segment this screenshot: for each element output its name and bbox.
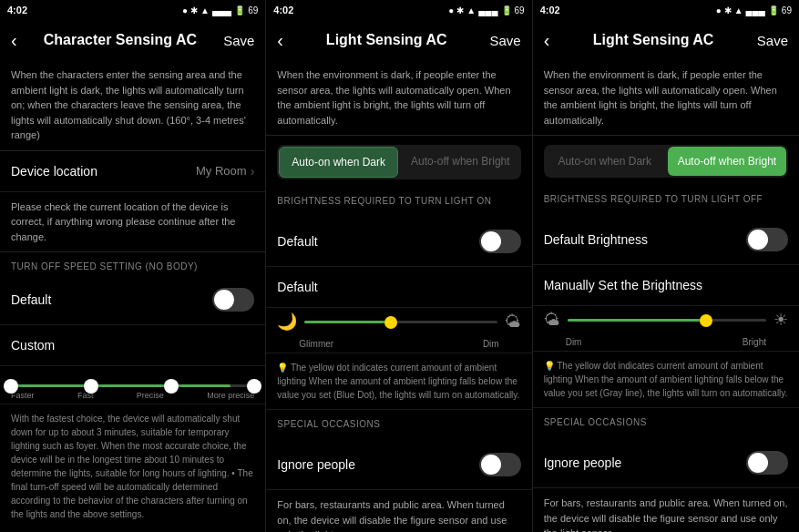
tab-auto-off-bright-3[interactable]: Auto-off when Bright xyxy=(668,147,786,176)
device-location-value: My Room › xyxy=(196,164,254,179)
signal-icon-2: ▄▄▄ xyxy=(478,5,497,15)
panel-content-3: When the environment is dark, if people … xyxy=(533,60,799,532)
notification-icon-2: ● xyxy=(448,5,454,15)
default-brightness-label-2: Default xyxy=(277,234,317,249)
manual-brightness-row: Manually Set the Brightness xyxy=(533,265,799,306)
default-toggle-row: Default xyxy=(0,275,265,325)
save-button-1[interactable]: Save xyxy=(223,33,254,48)
default-brightness-row-3: Default Brightness xyxy=(533,215,799,265)
tab-buttons-2: Auto-on when Dark Auto-off when Bright xyxy=(277,145,520,179)
top-bar-3: ‹ Light Sensing AC Save xyxy=(533,20,799,60)
default-brightness-toggle-2[interactable] xyxy=(479,230,521,253)
brightness-section-2: BRIGHTNESS REQUIRED TO TURN LIGHT ON xyxy=(266,189,531,217)
panel-light-sensing-bright: 4:02 ● ✱ ▲ ▄▄▄ 🔋 69 ‹ Light Sensing AC S… xyxy=(533,0,799,532)
brightness-fill-2 xyxy=(304,321,391,323)
save-button-3[interactable]: Save xyxy=(757,33,788,48)
glimmer-label: Glimmer xyxy=(299,339,333,349)
ignore-people-toggle-3[interactable] xyxy=(746,451,788,475)
wifi-icon-2: ▲ xyxy=(466,5,476,15)
info-text-1: Please check the current location of the… xyxy=(0,192,265,253)
wifi-icon: ▲ xyxy=(200,5,210,15)
battery-level-2: 69 xyxy=(515,5,525,15)
description-1: When the characters enter the sensing ar… xyxy=(0,60,265,151)
brightness-title-3: BRIGHTNESS REQUIRED TO TURN LIGHT OFF xyxy=(544,194,788,204)
special-section-2: SPECIAL OCCASIONS xyxy=(266,409,531,440)
label-more-precise: More precise xyxy=(207,391,254,400)
tab-auto-off-bright[interactable]: Auto-off when Bright xyxy=(402,147,519,178)
brightness-track-2[interactable] xyxy=(304,321,497,323)
ignore-people-label-2: Ignore people xyxy=(277,457,355,472)
battery-level-3: 69 xyxy=(782,5,792,15)
bluetooth-icon-3: ✱ xyxy=(724,5,732,15)
time-1: 4:02 xyxy=(7,5,27,15)
ignore-people-note-3: For bars, restaurants and public area. W… xyxy=(533,488,799,532)
back-button-3[interactable]: ‹ xyxy=(544,30,550,51)
page-title-1: Character Sensing AC xyxy=(17,32,223,48)
default-brightness-label-3: Default Brightness xyxy=(544,232,648,247)
battery-icon-3: 🔋 xyxy=(768,5,779,15)
page-title-2: Light Sensing AC xyxy=(283,32,489,48)
signal-icon-3: ▄▄▄ xyxy=(746,5,765,15)
save-button-2[interactable]: Save xyxy=(489,33,520,48)
tab-auto-on-dark-3[interactable]: Auto-on when Dark xyxy=(546,147,664,176)
speed-slider-fill xyxy=(11,384,230,387)
default-toggle[interactable] xyxy=(212,288,254,312)
page-title-3: Light Sensing AC xyxy=(549,32,756,48)
brightness-section-3: BRIGHTNESS REQUIRED TO TURN LIGHT OFF xyxy=(533,187,799,215)
brightness-fill-3 xyxy=(568,319,707,322)
special-title-3: SPECIAL OCCASIONS xyxy=(544,417,788,427)
device-location-row[interactable]: Device location My Room › xyxy=(0,151,265,192)
slider-thumb-faster[interactable] xyxy=(4,379,18,394)
status-icons-3: ● ✱ ▲ ▄▄▄ 🔋 69 xyxy=(716,5,792,15)
ignore-people-toggle-2[interactable] xyxy=(479,453,521,476)
panel-content-1: When the characters enter the sensing ar… xyxy=(0,60,265,532)
sun-icon: ☀ xyxy=(773,310,788,330)
status-icons-1: ● ✱ ▲ ▄▄▄ 🔋 69 xyxy=(182,5,258,15)
back-button-2[interactable]: ‹ xyxy=(277,30,283,51)
top-bar-1: ‹ Character Sensing AC Save xyxy=(0,20,265,60)
description-3: When the environment is dark, if people … xyxy=(533,60,799,136)
slider-thumb-more-precise[interactable] xyxy=(247,379,261,394)
dim-label-3: Dim xyxy=(566,337,582,347)
default-brightness-toggle-3[interactable] xyxy=(746,228,788,251)
slider-labels: Faster Fast Precise More precise xyxy=(11,391,254,400)
partly-cloudy-icon: 🌤 xyxy=(505,312,521,332)
brightness-slider-row-3: 🌤 ☀ xyxy=(533,306,799,337)
tab-buttons-3: Auto-on when Dark Auto-off when Bright xyxy=(544,145,788,178)
signal-icon: ▄▄▄ xyxy=(212,5,231,15)
panel-light-sensing-dark: 4:02 ● ✱ ▲ ▄▄▄ 🔋 69 ‹ Light Sensing AC S… xyxy=(266,0,532,532)
battery-icon-2: 🔋 xyxy=(501,5,512,15)
panel-character-sensing: 4:02 ● ✱ ▲ ▄▄▄ 🔋 69 ‹ Character Sensing … xyxy=(0,0,266,532)
bright-label-3: Bright xyxy=(743,337,766,347)
wifi-icon-3: ▲ xyxy=(734,5,743,15)
default-brightness-row-2: Default xyxy=(266,217,531,267)
yellow-dot-note-2: 💡 The yellow dot indicates current amoun… xyxy=(266,353,531,409)
description-2: When the environment is dark, if people … xyxy=(266,60,531,136)
turn-off-section-label: TURN OFF SPEED SETTING (NO BODY) xyxy=(0,252,265,275)
brightness-thumb-2[interactable] xyxy=(384,316,397,329)
panel-content-2: When the environment is dark, if people … xyxy=(266,60,531,532)
dim-label-2: Dim xyxy=(483,339,499,349)
device-location-label: Device location xyxy=(11,164,97,179)
ignore-people-row-2: Ignore people xyxy=(266,440,531,490)
brightness-thumb-3[interactable] xyxy=(700,314,712,327)
speed-slider-track[interactable] xyxy=(11,384,254,387)
custom-label: Custom xyxy=(11,338,55,353)
brightness-track-3[interactable] xyxy=(568,319,766,322)
notification-icon-3: ● xyxy=(716,5,722,15)
bluetooth-icon: ✱ xyxy=(190,5,198,15)
back-button-1[interactable]: ‹ xyxy=(11,30,17,51)
default-value-label-2: Default xyxy=(277,280,317,294)
manual-brightness-label: Manually Set the Brightness xyxy=(544,278,702,292)
note-text-1: With the fastest choice, the device will… xyxy=(0,404,265,528)
ignore-people-row-3: Ignore people xyxy=(533,438,799,488)
battery-level-1: 69 xyxy=(248,5,258,15)
custom-row: Custom xyxy=(0,325,265,366)
moon-icon: 🌙 xyxy=(277,312,297,332)
brightness-slider-row-2: 🌙 🌤 xyxy=(266,308,531,339)
time-3: 4:02 xyxy=(540,5,560,15)
chevron-icon-1: › xyxy=(251,164,255,179)
status-bar-3: 4:02 ● ✱ ▲ ▄▄▄ 🔋 69 xyxy=(533,0,799,20)
tab-auto-on-dark[interactable]: Auto-on when Dark xyxy=(279,147,398,178)
brightness-title-2: BRIGHTNESS REQUIRED TO TURN LIGHT ON xyxy=(277,196,520,206)
